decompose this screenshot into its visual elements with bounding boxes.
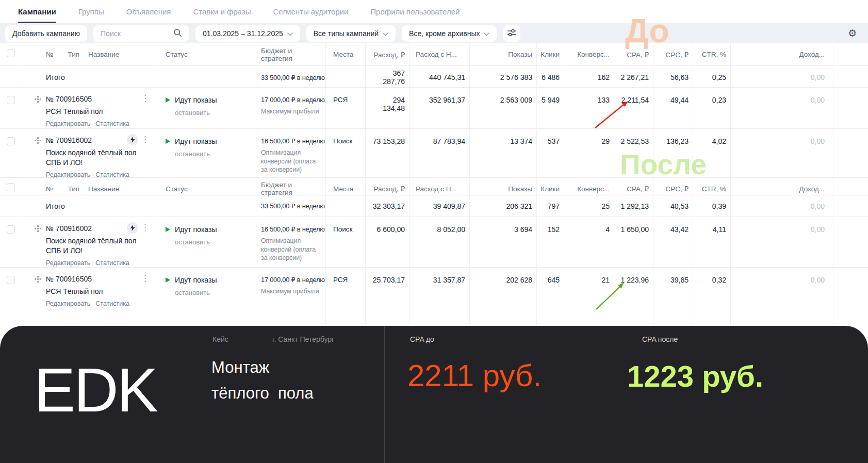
table-header: № Тип Название Статус Бюджет и стратегия… [0, 43, 868, 66]
budget-value[interactable]: 16 500,00 ₽ в неделю [261, 225, 323, 233]
budget-value[interactable]: 17 000,00 ₽ в неделю [261, 276, 323, 284]
campaign-type-icon [35, 96, 41, 103]
ctr: 4,11 [693, 217, 730, 271]
play-icon [166, 97, 170, 103]
col-num: № [46, 185, 53, 193]
row-checkbox[interactable] [7, 96, 15, 104]
tab-campaigns[interactable]: Кампании [18, 0, 56, 23]
row-checkbox[interactable] [7, 137, 15, 145]
stop-link[interactable]: остановить [175, 109, 253, 117]
spend: 6 600,00 [365, 217, 409, 271]
statistics-link[interactable]: Статистика [95, 171, 129, 178]
ctr: 4,02 [693, 129, 730, 183]
lightning-icon[interactable] [127, 222, 138, 234]
col-cpa[interactable]: CPA, ₽ [614, 43, 653, 65]
edit-link[interactable]: Редактировать [46, 171, 90, 178]
city-label: г. Санкт Петербург [272, 335, 334, 343]
kebab-menu-icon[interactable]: ⋮ [141, 274, 150, 283]
totals-budget: 33 500,00 ₽ в неделю [261, 74, 325, 81]
lightning-icon[interactable] [127, 134, 138, 145]
kebab-menu-icon[interactable]: ⋮ [141, 223, 150, 232]
col-cpc[interactable]: CPC, ₽ [653, 43, 693, 65]
status-text: Идут показы [175, 225, 217, 234]
stop-link[interactable]: остановить [175, 289, 253, 296]
shows: 13 374 [469, 129, 536, 183]
add-campaign-button[interactable]: Добавить кампанию [5, 25, 87, 42]
edit-link[interactable]: Редактировать [46, 120, 90, 127]
totals-conversions: 25 [564, 195, 614, 217]
brand-logo: EDK [34, 340, 157, 439]
row-checkbox[interactable] [7, 225, 15, 234]
campaign-id[interactable]: № 700916002 [46, 224, 92, 233]
spend-vat: 87 783,94 [409, 129, 469, 183]
campaign-types-select[interactable]: Все типы кампаний [306, 25, 396, 42]
edit-link[interactable]: Редактировать [46, 300, 90, 307]
edit-link[interactable]: Редактировать [46, 259, 90, 267]
tab-ads[interactable]: Объявления [126, 0, 171, 23]
play-icon [166, 139, 170, 144]
select-all-checkbox[interactable] [7, 49, 15, 57]
search-input[interactable]: Поиск [93, 25, 189, 42]
cpc: 136,23 [653, 129, 693, 183]
totals-cpa: 1 292,13 [614, 195, 653, 217]
cpa-before-value: 2211 руб. [407, 358, 542, 393]
tab-user-profiles[interactable]: Профили пользователей [370, 0, 460, 23]
row-checkbox[interactable] [7, 276, 15, 284]
statistics-link[interactable]: Статистика [95, 300, 129, 307]
col-spend[interactable]: Расход, ₽ [365, 43, 409, 65]
campaign-title[interactable]: РСЯ Тёплый пол [46, 287, 151, 296]
table-row: № 700916002 Поиск водяной тёплый пол СПБ… [0, 129, 868, 178]
archive-filter-select[interactable]: Все, кроме архивных [402, 25, 497, 42]
budget-value[interactable]: 17 000,00 ₽ в неделю [261, 96, 323, 104]
campaign-title[interactable]: Поиск водяной тёплый пол СПБ И ЛО! [46, 236, 151, 256]
stop-link[interactable]: остановить [175, 150, 253, 158]
table-row: № 700916002 Поиск водяной тёплый пол СПБ… [0, 217, 868, 268]
col-clicks[interactable]: Клики [536, 43, 564, 65]
statistics-link[interactable]: Статистика [95, 259, 129, 267]
budget-value[interactable]: 16 500,00 ₽ в неделю [261, 137, 323, 145]
campaign-type-icon [35, 276, 41, 283]
statistics-link[interactable]: Статистика [95, 120, 129, 127]
search-icon [173, 28, 182, 39]
campaign-title[interactable]: РСЯ Тёплый пол [46, 107, 151, 117]
campaign-types-value: Все типы кампаний [314, 29, 379, 38]
conversions: 29 [564, 129, 614, 183]
totals-shows: 206 321 [469, 195, 536, 217]
totals-conversions: 162 [564, 66, 614, 89]
campaign-id[interactable]: № 700916505 [46, 275, 92, 283]
filters-button[interactable] [503, 25, 520, 42]
spend: 294 134,48 [365, 88, 409, 131]
col-shows[interactable]: Показы [469, 43, 536, 65]
totals-ctr: 0,25 [693, 66, 730, 89]
revenue: 0,00 [730, 88, 833, 131]
select-all-checkbox[interactable] [7, 183, 15, 191]
col-conversions[interactable]: Конверс... [564, 43, 614, 65]
totals-label: Итого [22, 195, 155, 217]
totals-cpc: 56,63 [653, 66, 693, 89]
tab-bids-phrases[interactable]: Ставки и фразы [193, 0, 251, 23]
totals-spend: 32 303,17 [365, 195, 409, 217]
conversions: 4 [564, 217, 614, 271]
campaign-id[interactable]: № 700916505 [46, 95, 92, 103]
col-ctr[interactable]: CTR, % [693, 43, 730, 65]
campaign-type-icon [35, 137, 41, 144]
tab-audience-segments[interactable]: Сегменты аудитории [273, 0, 348, 23]
revenue: 0,00 [730, 129, 833, 183]
campaigns-table-before: № Тип Название Статус Бюджет и стратегия… [0, 43, 868, 178]
kebab-menu-icon[interactable]: ⋮ [141, 135, 150, 144]
case-footer: EDK Кейс г. Санкт Петербург Монтаж тёпло… [0, 326, 868, 463]
cpa: 2 522,53 [614, 129, 653, 183]
campaign-title[interactable]: Поиск водяной тёплый пол СПБ И ЛО! [46, 148, 151, 168]
kebab-menu-icon[interactable]: ⋮ [141, 94, 150, 103]
totals-revenue: 0,00 [730, 66, 833, 89]
cpc: 43,42 [653, 217, 693, 271]
stop-link[interactable]: остановить [175, 238, 253, 246]
date-range-select[interactable]: 01.03.2025 – 31.12.2025 [195, 25, 300, 42]
settings-gear-icon[interactable]: ⚙ [848, 27, 857, 39]
totals-clicks: 6 486 [536, 66, 564, 89]
col-revenue[interactable]: Доход... [730, 43, 833, 65]
tab-groups[interactable]: Группы [78, 0, 104, 23]
totals-spend-vat: 440 745,31 [409, 66, 469, 89]
col-spend-vat[interactable]: Расход с Н... [409, 43, 469, 65]
campaign-id[interactable]: № 700916002 [46, 136, 92, 144]
